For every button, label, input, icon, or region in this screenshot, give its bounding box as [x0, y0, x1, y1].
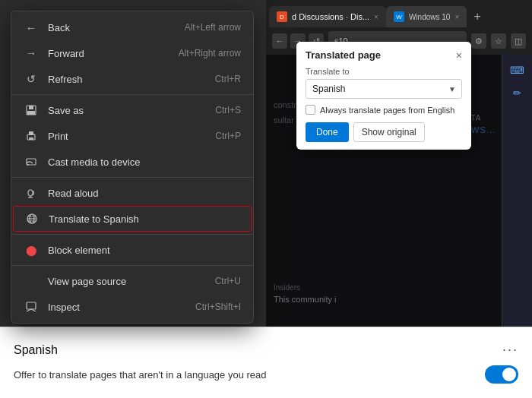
tab-close-windows[interactable]: × [454, 13, 459, 21]
divider-3 [11, 234, 253, 235]
save-icon [24, 103, 39, 118]
translate-dialog: Translated page × Translate to Spanish ▼… [296, 42, 471, 150]
language-select-wrapper: Spanish ▼ [306, 79, 462, 99]
settings-icon[interactable]: ⚙ [471, 33, 486, 49]
inspect-label: Inspect [48, 302, 186, 313]
context-menu: ← Back Alt+Left arrow → Forward Alt+Righ… [11, 11, 254, 324]
bottom-dots-button[interactable]: ··· [502, 342, 518, 358]
print-icon [24, 128, 39, 144]
cast-label: Cast media to device [48, 156, 232, 168]
read-aloud-label: Read aloud [48, 188, 232, 199]
bottom-description: Offer to translate pages that aren't in … [14, 369, 267, 381]
print-label: Print [48, 131, 206, 142]
menu-item-translate[interactable]: Translate to Spanish [13, 206, 252, 232]
menu-item-print[interactable]: Print Ctrl+P [11, 123, 253, 149]
bottom-language: Spanish [14, 343, 58, 357]
back-icon: ← [24, 20, 39, 35]
divider-1 [11, 94, 253, 95]
menu-item-block[interactable]: ⬤ Block element [11, 237, 253, 263]
menu-item-forward[interactable]: → Forward Alt+Right arrow [11, 40, 253, 66]
svg-point-7 [27, 164, 29, 166]
panel-icon-pen[interactable]: ✏ [508, 84, 527, 102]
forward-label: Forward [48, 48, 169, 59]
svg-rect-2 [27, 111, 35, 115]
back-shortcut: Alt+Left arrow [185, 22, 241, 33]
bottom-top-row: Spanish ··· [14, 342, 518, 358]
always-translate-label: Always translate pages from English [320, 106, 454, 115]
dialog-body: Translate to Spanish ▼ Always translate … [296, 64, 471, 150]
print-shortcut: Ctrl+P [215, 131, 241, 141]
show-original-button[interactable]: Show original [353, 122, 425, 142]
tab-favicon-discussions: D [277, 11, 287, 22]
divider-4 [11, 265, 253, 266]
view-source-icon [24, 273, 39, 289]
sidebar-icon[interactable]: ◫ [511, 33, 526, 49]
done-button[interactable]: Done [306, 122, 349, 142]
menu-item-cast[interactable]: Cast media to device [11, 149, 253, 175]
bottom-bar: Spanish ··· Offer to translate pages tha… [0, 327, 532, 398]
tab-label-discussions: d Discussions · Dis... [292, 12, 369, 21]
translate-icon [24, 211, 40, 226]
svg-point-8 [28, 190, 33, 196]
tab-windows10[interactable]: W Windows 10 × [386, 6, 467, 27]
language-select[interactable]: Spanish [306, 79, 462, 99]
back-label: Back [48, 22, 176, 33]
tab-close-discussions[interactable]: × [374, 13, 378, 21]
toggle-knob [502, 368, 516, 381]
save-as-shortcut: Ctrl+S [215, 105, 241, 115]
dialog-header: Translated page × [296, 42, 471, 64]
dialog-title: Translated page [306, 49, 381, 61]
svg-rect-1 [29, 106, 33, 109]
inspect-icon [24, 299, 39, 314]
nav-back-icon[interactable]: ← [272, 33, 287, 49]
svg-rect-16 [27, 302, 36, 309]
dialog-buttons: Done Show original [306, 122, 462, 142]
view-source-label: View page source [48, 276, 206, 287]
checkbox-row: Always translate pages from English [306, 105, 462, 115]
block-label: Block element [48, 245, 232, 256]
menu-item-inspect[interactable]: Inspect Ctrl+Shift+I [11, 294, 253, 320]
divider-2 [11, 177, 253, 178]
svg-rect-4 [29, 131, 33, 135]
forward-shortcut: Alt+Right arrow [179, 48, 241, 58]
new-tab-button[interactable]: + [467, 6, 488, 27]
cast-icon [24, 154, 39, 169]
menu-item-view-source[interactable]: View page source Ctrl+U [11, 268, 253, 294]
view-source-shortcut: Ctrl+U [215, 276, 241, 286]
inspect-shortcut: Ctrl+Shift+I [195, 302, 241, 312]
right-panel: ⌨ ✏ [502, 55, 532, 327]
save-as-label: Save as [48, 105, 206, 116]
translate-label: Translate to Spanish [49, 213, 231, 225]
menu-item-refresh[interactable]: ↺ Refresh Ctrl+R [11, 66, 253, 92]
menu-item-save-as[interactable]: Save as Ctrl+S [11, 97, 253, 123]
read-aloud-icon [24, 185, 39, 201]
bottom-bottom-row: Offer to translate pages that aren't in … [14, 365, 518, 384]
refresh-label: Refresh [48, 74, 206, 85]
tab-discussions[interactable]: D d Discussions · Dis... × [269, 6, 386, 27]
tab-bar: D d Discussions · Dis... × W Windows 10 … [266, 0, 532, 27]
svg-rect-5 [29, 137, 33, 140]
dialog-close-button[interactable]: × [456, 50, 462, 61]
menu-item-back[interactable]: ← Back Alt+Left arrow [11, 14, 253, 40]
block-icon: ⬤ [24, 242, 39, 257]
translate-to-label: Translate to [306, 67, 462, 76]
panel-icon-translate[interactable]: ⌨ [508, 61, 527, 79]
forward-icon: → [24, 46, 39, 61]
tab-label-windows: Windows 10 [409, 13, 450, 21]
refresh-shortcut: Ctrl+R [215, 74, 241, 84]
translate-toggle[interactable] [485, 365, 518, 384]
tab-favicon-windows: W [394, 11, 404, 22]
always-translate-checkbox[interactable] [306, 105, 315, 115]
refresh-icon: ↺ [24, 71, 39, 87]
favorites-icon[interactable]: ☆ [491, 33, 506, 49]
menu-item-read-aloud[interactable]: Read aloud [11, 180, 253, 206]
